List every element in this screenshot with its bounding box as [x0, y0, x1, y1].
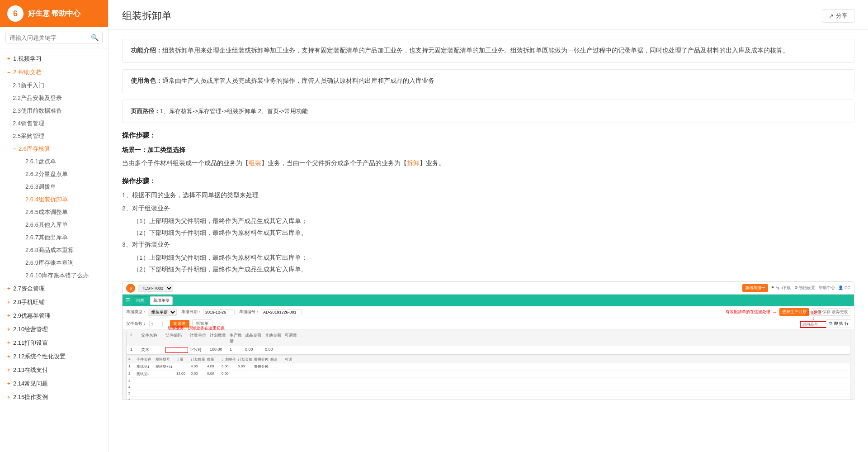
- lower-row-3: 3: [127, 378, 850, 384]
- sidebar-item-2-6-7[interactable]: 2.6.7其他出库单: [25, 231, 108, 244]
- sidebar-item-2-6-2[interactable]: 2.6.2分量盘点单: [25, 168, 108, 181]
- screenshot-container: 6 TEST-H002 新增单据一 ⚑ App下载 ⚙ 初始设置 帮助中心 👤 …: [122, 281, 854, 400]
- sidebar-item-2-12[interactable]: + 2.12系统个性化设置: [0, 350, 108, 363]
- date-input[interactable]: [203, 309, 235, 315]
- arrow-down-1: ↓: [812, 316, 815, 321]
- role-label: 使用角色：: [131, 77, 162, 84]
- sidebar-item-2-6-8[interactable]: 2.6.8商品成本重算: [25, 244, 108, 257]
- sidebar-item-2-6-3[interactable]: 2.6.3调拨单: [25, 181, 108, 193]
- lower-row-6: 6: [127, 397, 850, 400]
- page-title: 组装拆卸单: [122, 9, 172, 23]
- sidebar-item-label: 1.视频学习: [13, 55, 42, 63]
- sidebar-item-2-1[interactable]: 2.1新手入门: [13, 79, 108, 92]
- search-input[interactable]: [9, 34, 91, 41]
- nav-icon: ☰: [125, 297, 130, 304]
- sidebar-item-2-6-6[interactable]: 2.6.6其他入库单: [25, 219, 108, 231]
- ops-steps-title: 操作步骤：: [122, 131, 854, 140]
- sidebar-item-2-3[interactable]: 2.3使用前数据准备: [13, 105, 108, 117]
- form-area: 单据类型： 组装单据 单据日期： 单据编号：: [123, 306, 854, 318]
- function-intro-label: 功能介绍：: [131, 47, 162, 54]
- tab-new[interactable]: 新增单据: [150, 296, 173, 305]
- sidebar-item-label: 2.13在线支付: [13, 366, 48, 374]
- main-header: 组装拆卸单 ↗ 分享: [108, 0, 868, 30]
- sidebar-item-2-6-4[interactable]: 2.6.4组装拆卸单: [25, 193, 108, 206]
- count-input[interactable]: [149, 321, 163, 327]
- path-text: 1、库存核算->库存管理->组装拆卸单 2、首页->常用功能: [160, 108, 308, 114]
- collapse-icon: −: [13, 146, 16, 152]
- path-block: 页面路径：1、库存核算->库存管理->组装拆卸单 2、首页->常用功能: [122, 100, 854, 123]
- sidebar-item-2-2[interactable]: 2.2产品安装及登录: [13, 92, 108, 105]
- highlight-disassemble: 拆卸: [407, 160, 420, 167]
- expand-icon: +: [7, 299, 10, 305]
- expand-icon: +: [7, 326, 10, 333]
- sidebar-item-2-6-9[interactable]: 2.6.9库存账本查询: [25, 257, 108, 269]
- collapse-icon: −: [7, 69, 10, 76]
- sidebar-item-label: 2.9优惠券管理: [13, 312, 51, 320]
- sidebar-item-2-14[interactable]: + 2.14常见问题: [0, 377, 108, 390]
- sidebar-item-label: 2.15操作案例: [13, 393, 48, 401]
- sidebar-item-label: 2.帮助文档: [13, 68, 42, 76]
- scene1-desc: 当由多个子件材料组装成一个成品的业务为【组装】业务，当由一个父件拆分成多个子产品…: [122, 158, 854, 169]
- upper-table-row-1: 1 关木 1个/对 100.00 1 0.00 0.00: [127, 346, 850, 354]
- main-content-area: 组装拆卸单 ↗ 分享 功能介绍：组装拆卸单用来处理企业组装或拆卸等加工业务，支持…: [108, 0, 868, 452]
- execute-btn[interactable]: 立 即 执 行: [826, 319, 851, 328]
- expand-icon: +: [7, 285, 10, 292]
- expand-icon: +: [7, 394, 10, 400]
- function-intro-text: 组装拆卸单用来处理企业组装或拆卸等加工业务，支持有固定装配清单的产品加工业务，也…: [162, 47, 789, 54]
- role-block: 使用角色：通常由生产人员或库管人员完成拆装业务的操作，库管人员确认原材料的出库和…: [122, 69, 854, 93]
- expand-icon: +: [7, 367, 10, 373]
- count-label: 父件条数：: [126, 321, 146, 327]
- app-logo-sm: 6: [126, 284, 135, 293]
- ops-steps-subtitle: 操作步骤：: [122, 177, 854, 186]
- step-3-sub-1: （1）上部明细为父件明细，最终作为原材料生成其它出库单；: [122, 252, 854, 263]
- lower-row-2: 2 测试品2 32.00 0.00 0.00 0.00: [127, 371, 850, 378]
- sidebar-item-2-9[interactable]: + 2.9优惠券管理: [0, 309, 108, 323]
- sidebar-item-2-4[interactable]: 2.4销售管理: [13, 117, 108, 130]
- new-doc-btn[interactable]: 新增单据一: [742, 284, 768, 292]
- sidebar-item-2-6-5[interactable]: 2.6.5成本调整单: [25, 206, 108, 219]
- sidebar-item-2-6-1[interactable]: 2.6.1盘点单: [25, 155, 108, 168]
- sidebar-item-label: 2.8手机旺铺: [13, 298, 45, 306]
- expand-icon: +: [7, 56, 10, 62]
- app-logo: 6: [7, 5, 24, 22]
- docno-label: 单据编号：: [239, 309, 259, 315]
- docno-input[interactable]: [261, 309, 302, 315]
- annotation-2: 组装业务、拆卸业务在这里切换: [168, 325, 225, 331]
- path-label: 页面路径：: [131, 108, 160, 114]
- sidebar-item-2-10[interactable]: + 2.10经营管理: [0, 323, 108, 336]
- sidebar-item-help-docs[interactable]: − 2.帮助文档: [0, 66, 108, 79]
- sidebar-item-2-6[interactable]: − 2.6库存核算: [13, 143, 108, 155]
- step-2: 2、对于组装业务: [122, 203, 854, 214]
- sidebar-sub-2: 2.1新手入门 2.2产品安装及登录 2.3使用前数据准备 2.4销售管理 2.…: [0, 79, 108, 282]
- sidebar-item-label: 2.10经营管理: [13, 325, 48, 333]
- type-select[interactable]: 组装单据: [148, 309, 177, 316]
- sidebar-item-label: 2.12系统个性化设置: [13, 352, 66, 361]
- share-button[interactable]: ↗ 分享: [822, 9, 854, 23]
- function-intro-block: 功能介绍：组装拆卸单用来处理企业组装或拆卸等加工业务，支持有固定装配清单的产品加…: [122, 39, 854, 63]
- sidebar-item-label: 2.11打印设置: [13, 339, 48, 347]
- sidebar-item-2-5[interactable]: 2.5采购管理: [13, 130, 108, 143]
- highlight-assemble: 组装: [249, 160, 261, 167]
- step-3-sub-2: （2）下部明细为子件明细，最终作为产成品生成其它入库单。: [122, 264, 854, 275]
- arrow-right: →: [772, 309, 778, 315]
- sidebar-item-2-13[interactable]: + 2.13在线支付: [0, 363, 108, 377]
- date-label: 单据日期：: [181, 309, 202, 315]
- lower-row-4: 4: [127, 384, 850, 390]
- expand-icon: +: [7, 353, 10, 360]
- sidebar-item-2-8[interactable]: + 2.8手机旺铺: [0, 295, 108, 309]
- sidebar-item-2-7[interactable]: + 2.7资金管理: [0, 282, 108, 295]
- step-3: 3、对于拆装业务: [122, 239, 854, 250]
- role-text: 通常由生产人员或库管人员完成拆装业务的操作，库管人员确认原材料的出库和产成品的入…: [162, 77, 434, 84]
- enable-input[interactable]: [800, 321, 827, 328]
- sidebar-item-2-11[interactable]: + 2.11打印设置: [0, 336, 108, 350]
- annotation-1: 有装配清单的在这里处理: [726, 309, 770, 315]
- company-select[interactable]: TEST-H002: [138, 285, 173, 292]
- lower-row-5: 5: [127, 390, 850, 397]
- tab-ziran[interactable]: 自然: [133, 296, 147, 305]
- sidebar-item-2-6-10[interactable]: 2.6.10库存账本错了么办: [25, 269, 108, 282]
- sidebar-item-label: 2.6库存核算: [19, 145, 50, 153]
- sidebar-item-2-15[interactable]: + 2.15操作案例: [0, 390, 108, 404]
- app-topbar: 6 TEST-H002 新增单据一 ⚑ App下载 ⚙ 初始设置 帮助中心 👤 …: [123, 282, 854, 295]
- search-icon[interactable]: 🔍: [91, 34, 99, 41]
- sidebar-item-video[interactable]: + 1.视频学习: [0, 52, 108, 66]
